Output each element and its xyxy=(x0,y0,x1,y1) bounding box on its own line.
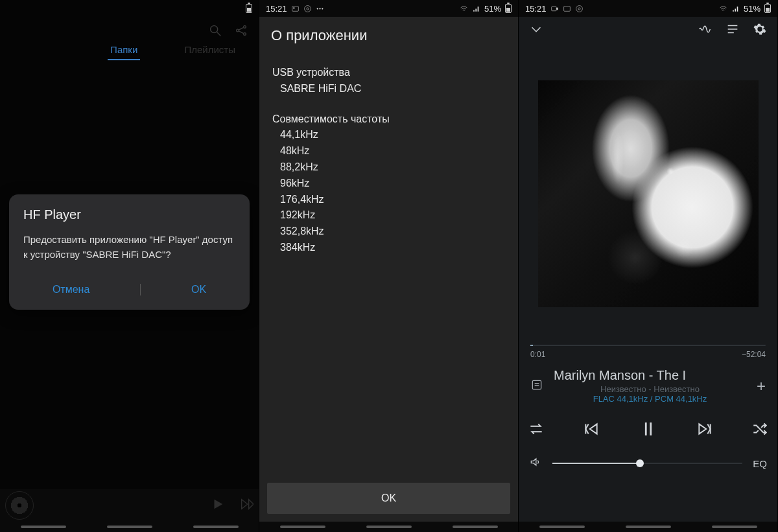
disc-icon xyxy=(5,491,34,520)
share-icon[interactable] xyxy=(234,23,248,38)
track-info-row: Marilyn Manson - The I Неизвестно - Неиз… xyxy=(530,368,766,404)
freq-item: 192kHz xyxy=(272,207,505,224)
screenshot-1: 15:20 51% Папки Плейлисты HF Player Пред… xyxy=(0,0,259,532)
signal-icon xyxy=(472,5,480,13)
wifi-icon xyxy=(719,5,727,13)
status-bar: 15:21 51% xyxy=(519,0,777,17)
svg-point-7 xyxy=(304,5,311,12)
signal-icon xyxy=(731,5,740,13)
android-navbar[interactable] xyxy=(519,522,777,532)
volume-thumb[interactable] xyxy=(636,459,644,467)
volume-row: EQ xyxy=(529,456,767,471)
seek-bar[interactable] xyxy=(530,345,766,346)
more-icon xyxy=(316,5,324,13)
status-battery-pct: 51% xyxy=(744,4,760,14)
status-time: 15:21 xyxy=(266,4,287,14)
svg-point-8 xyxy=(306,7,308,9)
permission-dialog: HF Player Предоставить приложению "HF Pl… xyxy=(9,194,250,310)
album-art[interactable] xyxy=(538,80,759,307)
player-header xyxy=(519,17,777,41)
svg-point-14 xyxy=(576,5,582,12)
volume-icon[interactable] xyxy=(529,456,542,471)
svg-point-15 xyxy=(578,7,580,9)
svg-point-3 xyxy=(244,26,246,29)
search-icon[interactable] xyxy=(208,23,222,38)
svg-point-11 xyxy=(322,8,323,9)
video-icon xyxy=(550,5,559,13)
status-time: 15:21 xyxy=(525,4,547,14)
wifi-icon xyxy=(460,5,468,13)
chrome-icon xyxy=(303,5,312,13)
freq-item: 96kHz xyxy=(272,176,505,192)
svg-point-1 xyxy=(211,26,218,33)
freq-compat-label: Совместимость частоты xyxy=(272,111,505,128)
freq-item: 352,8kHz xyxy=(272,224,505,240)
svg-rect-13 xyxy=(563,6,570,11)
svg-rect-12 xyxy=(551,6,556,11)
mini-next-icon[interactable] xyxy=(239,497,253,514)
battery-icon xyxy=(505,4,512,13)
svg-point-4 xyxy=(244,33,246,36)
dialog-title: HF Player xyxy=(23,207,235,222)
track-format: FLAC 44,1kHz / PCM 44,1kHz xyxy=(554,394,746,404)
gallery-icon xyxy=(291,5,300,13)
eq-button[interactable]: EQ xyxy=(753,458,767,469)
about-content: USB устройства SABRE HiFi DAC Совместимо… xyxy=(259,52,518,268)
battery-icon xyxy=(246,4,252,13)
freq-item: 384kHz xyxy=(272,240,505,256)
time-remaining: −52:04 xyxy=(742,350,766,359)
queue-icon[interactable] xyxy=(725,22,740,39)
track-title: Marilyn Manson - The I xyxy=(554,368,746,383)
status-bar: 15:21 51% xyxy=(259,0,518,17)
screenshot-3: 15:21 51% 0:01 −52:04 xyxy=(519,0,778,532)
gear-icon[interactable] xyxy=(753,22,767,39)
screenshot-2: 15:21 51% О приложении USB устройства SA… xyxy=(259,0,519,532)
battery-icon xyxy=(764,4,771,13)
tab-folders[interactable]: Папки xyxy=(108,40,140,60)
svg-point-9 xyxy=(316,8,318,9)
lyrics-icon[interactable] xyxy=(530,378,543,394)
shuffle-icon[interactable] xyxy=(751,421,768,440)
progress-area: 0:01 −52:04 xyxy=(530,345,766,359)
page-title: О приложении xyxy=(259,17,518,52)
dialog-separator xyxy=(140,284,141,295)
svg-rect-5 xyxy=(292,6,298,11)
svg-point-2 xyxy=(237,29,239,32)
tab-playlists[interactable]: Плейлисты xyxy=(182,40,238,60)
usb-device-value: SABRE HiFi DAC xyxy=(272,81,505,97)
app-top-bar: Папки Плейлисты xyxy=(0,17,259,62)
status-battery-pct: 51% xyxy=(484,4,501,14)
svg-point-6 xyxy=(293,7,294,8)
freq-item: 176,4kHz xyxy=(272,192,505,208)
svg-point-10 xyxy=(319,8,320,9)
android-navbar[interactable] xyxy=(0,522,259,532)
next-icon[interactable] xyxy=(696,421,713,440)
dialog-message: Предоставить приложению "HF Player" дост… xyxy=(23,233,235,262)
ok-button[interactable]: OK xyxy=(267,483,510,514)
track-artist: Неизвестно - Неизвестно xyxy=(554,384,746,394)
freq-item: 48kHz xyxy=(272,143,505,159)
ok-button[interactable]: OK xyxy=(183,279,214,301)
volume-slider[interactable] xyxy=(552,463,742,464)
playback-controls xyxy=(528,419,768,441)
pause-icon[interactable] xyxy=(639,419,658,441)
add-icon[interactable]: + xyxy=(757,377,766,395)
usb-devices-label: USB устройства xyxy=(272,65,505,81)
time-elapsed: 0:01 xyxy=(530,350,545,359)
prev-icon[interactable] xyxy=(583,421,600,440)
chrome-icon xyxy=(575,5,584,13)
waveform-icon[interactable] xyxy=(698,22,713,39)
freq-item: 44,1kHz xyxy=(272,127,505,143)
freq-item: 88,2kHz xyxy=(272,159,505,176)
repeat-icon[interactable] xyxy=(528,421,545,440)
cancel-button[interactable]: Отмена xyxy=(45,279,97,301)
svg-rect-16 xyxy=(532,380,541,389)
mini-player[interactable] xyxy=(0,489,259,522)
mini-play-icon[interactable] xyxy=(211,497,225,514)
library-tabs: Папки Плейлисты xyxy=(0,40,259,60)
gallery-icon xyxy=(563,5,571,13)
android-navbar[interactable] xyxy=(259,522,518,532)
chevron-down-icon[interactable] xyxy=(529,22,543,39)
